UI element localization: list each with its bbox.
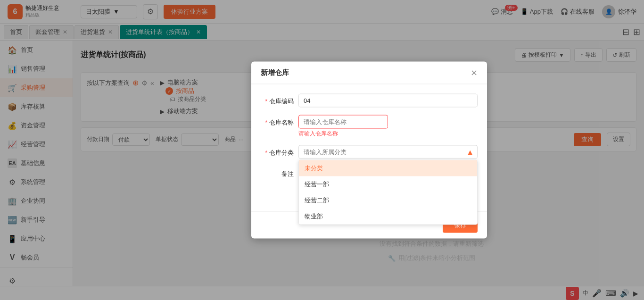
warehouse-category-row: * 仓库分类 ▲ 未分类 经营一部 经营二部 物业部 <box>261 145 478 159</box>
modal-close-button[interactable]: ✕ <box>471 68 478 77</box>
warehouse-category-label: * 仓库分类 <box>261 145 294 157</box>
warehouse-code-input[interactable] <box>298 94 478 108</box>
warehouse-name-label: * 仓库名称 <box>261 115 294 127</box>
dropdown-option-dept1[interactable]: 经营一部 <box>299 176 477 192</box>
category-input[interactable] <box>298 145 478 159</box>
warehouse-name-row: * 仓库名称 请输入仓库名称 <box>261 115 478 138</box>
remark-label: 备注 <box>261 167 294 178</box>
warehouse-code-label: * 仓库编码 <box>261 94 294 106</box>
dropdown-list: 未分类 经营一部 经营二部 物业部 <box>298 160 478 225</box>
dropdown-option-uncategorized[interactable]: 未分类 <box>299 160 477 176</box>
warehouse-name-wrap: 请输入仓库名称 <box>298 115 478 138</box>
new-warehouse-modal: 新增仓库 ✕ * 仓库编码 * 仓库名称 请输入仓库名称 * <box>251 62 487 239</box>
warehouse-name-input[interactable] <box>298 115 388 129</box>
warehouse-name-error: 请输入仓库名称 <box>298 130 478 138</box>
dropdown-option-dept2[interactable]: 经营二部 <box>299 192 477 208</box>
warehouse-code-row: * 仓库编码 <box>261 94 478 108</box>
modal-header: 新增仓库 ✕ <box>251 62 487 84</box>
category-dropdown: ▲ 未分类 经营一部 经营二部 物业部 <box>298 145 478 159</box>
dropdown-option-dept3[interactable]: 物业部 <box>299 208 477 225</box>
modal-title: 新增仓库 <box>261 68 289 77</box>
dropdown-arrow-icon[interactable]: ▲ <box>466 148 474 156</box>
modal-body: * 仓库编码 * 仓库名称 请输入仓库名称 * 仓库分类 <box>251 84 487 212</box>
